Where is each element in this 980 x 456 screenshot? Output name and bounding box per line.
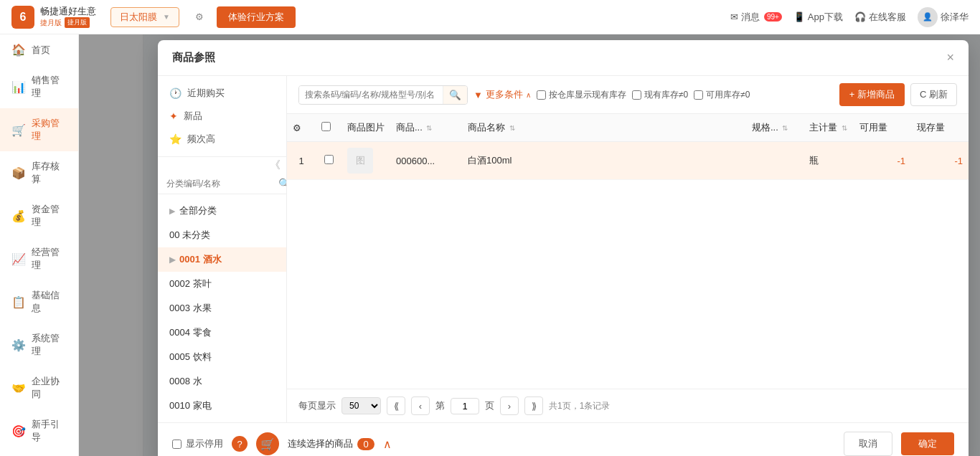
- sidebar-item-label: 资金管理: [32, 203, 67, 229]
- quick-category-list: 🕐 近期购买 ✦ 新品 ⭐ 频次高: [158, 76, 286, 157]
- checkbox-current-stock-input[interactable]: [632, 90, 641, 100]
- online-service-btn[interactable]: 🎧 在线客服: [854, 11, 906, 24]
- quick-item-frequent[interactable]: ⭐ 频次高: [158, 128, 286, 151]
- sort-icon: ⇅: [782, 124, 788, 132]
- help-icon[interactable]: ?: [232, 436, 248, 452]
- checkbox-current-stock[interactable]: 现有库存≠0: [632, 89, 688, 101]
- th-gear[interactable]: ⚙: [287, 114, 316, 142]
- modal-title: 商品参照: [172, 51, 215, 65]
- th-spec[interactable]: 规格... ⇅: [746, 114, 804, 142]
- th-name[interactable]: 商品名称 ⇅: [462, 114, 746, 142]
- sidebar-item-inventory[interactable]: 📦 库存核算: [0, 151, 78, 194]
- filter-arrow-icon: ∧: [526, 91, 531, 99]
- modal-footer: 显示停用 ? 🛒 连续选择的商品 0 ∧ 取消 确定: [158, 422, 969, 456]
- page-last-button[interactable]: ⟫: [524, 396, 543, 415]
- row-num: 1: [287, 142, 316, 180]
- cat-item-label: 00 未分类: [169, 229, 210, 242]
- sort-icon: ⇅: [842, 124, 847, 132]
- sidebar-item-home[interactable]: 🏠 首页: [0, 34, 78, 65]
- home-icon: 🏠: [11, 43, 26, 57]
- logo-icon: 6: [11, 6, 34, 29]
- cancel-button[interactable]: 取消: [844, 432, 892, 456]
- up-arrow-icon[interactable]: ∧: [383, 437, 392, 451]
- checkbox-available-stock[interactable]: 可用库存≠0: [694, 89, 750, 101]
- category-item-fruit[interactable]: 0003 水果: [158, 296, 286, 320]
- table-row[interactable]: 1 图 000600...: [287, 142, 969, 180]
- select-all-checkbox[interactable]: [321, 122, 331, 131]
- checkbox-available-stock-input[interactable]: [694, 90, 703, 100]
- show-disabled-input[interactable]: [172, 440, 182, 449]
- row-name: 白酒100ml: [462, 142, 746, 180]
- sidebar-item-collab[interactable]: 🤝 企业协同: [0, 366, 78, 409]
- row-select-checkbox[interactable]: [324, 155, 334, 164]
- page-prev-button[interactable]: ‹: [411, 396, 430, 415]
- user-profile[interactable]: 👤 徐泽华: [918, 7, 969, 27]
- category-item-water[interactable]: 0008 水: [158, 369, 286, 394]
- modal-close-button[interactable]: ×: [946, 50, 954, 65]
- product-search-box: 🔍: [298, 85, 468, 105]
- sidebar-item-system[interactable]: ⚙️ 系统管理: [0, 323, 78, 366]
- selected-count-badge: 0: [357, 438, 374, 450]
- app-download-btn[interactable]: 📱 App下载: [793, 11, 843, 24]
- frequent-icon: ⭐: [169, 133, 182, 145]
- settings-icon[interactable]: ⚙: [188, 6, 211, 29]
- page-label: 页: [485, 399, 494, 412]
- category-search-icon[interactable]: 🔍: [278, 178, 287, 189]
- pagination-bar: 每页显示 50 100 200 ⟪ ‹ 第 页 › ⟫ 共1页，1条记: [287, 389, 969, 422]
- gear-icon: ⚙: [293, 123, 301, 133]
- category-item-uncategorized[interactable]: 00 未分类: [158, 223, 286, 247]
- th-image: 商品图片: [341, 114, 390, 142]
- category-item-beverage[interactable]: 0005 饮料: [158, 345, 286, 369]
- checkbox-warehouse-stock[interactable]: 按仓库显示现有库存: [537, 89, 626, 101]
- page-size-label: 每页显示: [298, 399, 336, 412]
- refresh-button[interactable]: C 刷新: [910, 83, 957, 106]
- sidebar-item-guide[interactable]: 🎯 新手引导: [0, 409, 78, 452]
- sidebar-item-finance[interactable]: 💰 资金管理: [0, 194, 78, 237]
- category-item-tea[interactable]: 0002 茶叶: [158, 272, 286, 296]
- collapse-icon[interactable]: 《: [270, 158, 281, 172]
- logo-sub: 捷月版: [40, 18, 62, 28]
- row-checkbox[interactable]: [316, 142, 341, 180]
- category-search: 🔍: [158, 174, 286, 194]
- sidebar-item-apps[interactable]: 📱 应用中心: [0, 452, 78, 456]
- show-disabled-checkbox[interactable]: 显示停用: [172, 437, 223, 450]
- th-stock[interactable]: 现存量: [911, 114, 969, 142]
- th-unit[interactable]: 主计量 ⇅: [804, 114, 854, 142]
- finance-icon: 💰: [11, 209, 26, 223]
- confirm-button[interactable]: 确定: [901, 432, 954, 455]
- filter-more-button[interactable]: ▼ 更多条件 ∧: [473, 88, 531, 101]
- product-search-button[interactable]: 🔍: [443, 86, 467, 104]
- page-size-select[interactable]: 50 100 200: [341, 397, 381, 414]
- checkbox-warehouse-stock-input[interactable]: [537, 90, 546, 100]
- th-available[interactable]: 可用量: [854, 114, 911, 142]
- category-item-liquor[interactable]: ▶ 0001 酒水: [158, 247, 286, 272]
- category-item-appliance[interactable]: 0010 家电: [158, 394, 286, 418]
- category-search-input[interactable]: [166, 179, 274, 189]
- nav-dropdown-arrow: ▼: [163, 13, 170, 21]
- quick-item-recent[interactable]: 🕐 近期购买: [158, 82, 286, 105]
- category-item-all[interactable]: ▶ 全部分类: [158, 199, 286, 223]
- trial-button[interactable]: 体验行业方案: [217, 6, 296, 28]
- category-panel: 🕐 近期购买 ✦ 新品 ⭐ 频次高 《: [158, 76, 287, 422]
- sidebar-item-operations[interactable]: 📈 经营管理: [0, 237, 78, 280]
- nav-dropdown[interactable]: 日太阳膜 ▼: [110, 7, 179, 27]
- cart-icon[interactable]: 🛒: [256, 432, 279, 455]
- product-search-input[interactable]: [299, 86, 443, 103]
- th-code[interactable]: 商品... ⇅: [390, 114, 462, 142]
- inventory-icon: 📦: [11, 166, 26, 180]
- avatar: 👤: [918, 7, 938, 27]
- guide-icon: 🎯: [11, 424, 26, 438]
- sidebar-item-sales[interactable]: 📊 销售管理: [0, 65, 78, 108]
- sidebar-item-purchase[interactable]: 🛒 采购管理: [0, 108, 78, 151]
- add-product-button[interactable]: + 新增商品: [839, 83, 905, 106]
- category-item-snack[interactable]: 0004 零食: [158, 320, 286, 345]
- page-next-button[interactable]: ›: [500, 396, 519, 415]
- main-layout: 🏠 首页 📊 销售管理 🛒 采购管理 📦 库存核算 💰 资金管理 📈 经营管理 …: [0, 34, 980, 456]
- new-icon: ✦: [169, 110, 178, 122]
- sidebar-item-basic[interactable]: 📋 基础信息: [0, 280, 78, 323]
- message-btn[interactable]: ✉ 消息 99+: [730, 11, 782, 24]
- page-number-input[interactable]: [451, 398, 479, 414]
- logo-area: 6 畅捷通好生意 捷月版 捷月版: [11, 6, 96, 29]
- page-first-button[interactable]: ⟪: [387, 396, 405, 415]
- quick-item-new[interactable]: ✦ 新品: [158, 105, 286, 128]
